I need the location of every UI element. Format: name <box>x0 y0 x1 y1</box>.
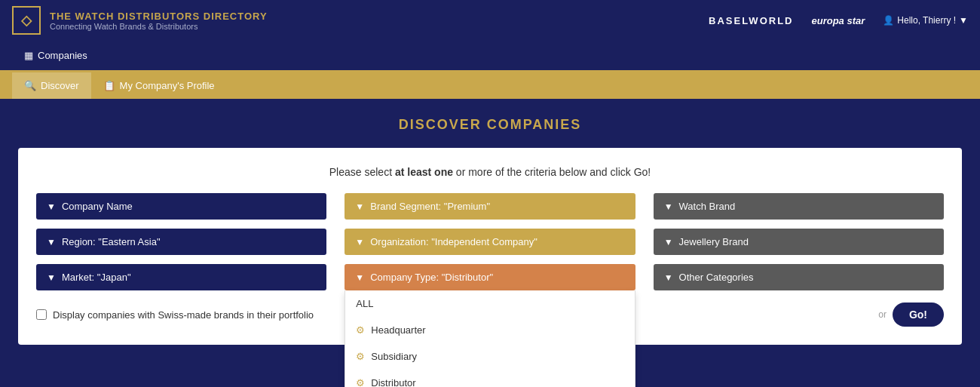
logo-icon: ◇ <box>12 6 41 35</box>
filter-icon-3: ▼ <box>47 272 56 283</box>
region-filter[interactable]: ▼ Region: "Eastern Asia" <box>36 229 326 255</box>
sub-nav-discover[interactable]: 🔍 Discover <box>12 72 91 99</box>
market-filter[interactable]: ▼ Market: "Japan" <box>36 264 326 290</box>
filter-icon-2: ▼ <box>47 237 56 247</box>
brand-segment-label: Brand Segment: "Premium" <box>370 201 490 212</box>
swiss-made-label: Display companies with Swiss-made brands… <box>53 309 314 321</box>
dropdown-item-subsidiary[interactable]: ⚙ Subsidiary <box>345 343 634 370</box>
jewellery-brand-label: Jewellery Brand <box>679 236 749 247</box>
brand-segment-filter[interactable]: ▼ Brand Segment: "Premium" <box>345 193 635 220</box>
region-label: Region: "Eastern Asia" <box>62 236 161 247</box>
gear-icon-1: ⚙ <box>356 324 365 336</box>
search-icon: 🔍 <box>24 80 36 91</box>
grid-icon: ▦ <box>24 50 33 61</box>
instruction-bold: at least one <box>395 166 453 178</box>
instruction-suffix: or more of the criteria below and click … <box>453 166 651 178</box>
company-type-filter[interactable]: ▼ Company Type: "Distributor" <box>345 264 635 290</box>
headquarter-label: Headquarter <box>371 324 425 336</box>
profile-icon: 📋 <box>103 80 115 91</box>
jewellery-brand-filter[interactable]: ▼ Jewellery Brand <box>654 229 944 255</box>
company-type-dropdown-container: ▼ Company Type: "Distributor" ALL ⚙ Head… <box>345 264 635 290</box>
organization-filter[interactable]: ▼ Organization: "Independent Company" <box>345 229 635 255</box>
swiss-made-row: Display companies with Swiss-made brands… <box>36 309 314 321</box>
filter-col-3: ▼ Watch Brand ▼ Jewellery Brand ▼ Other … <box>654 193 944 290</box>
sub-nav-profile[interactable]: 📋 My Company's Profile <box>91 72 227 99</box>
europa-star-logo: europa star <box>811 15 865 26</box>
sub-nav: 🔍 Discover 📋 My Company's Profile <box>0 72 980 99</box>
nav-companies[interactable]: ▦ Companies <box>12 41 100 72</box>
other-categories-filter[interactable]: ▼ Other Categories <box>654 264 944 290</box>
filter-icon-9: ▼ <box>664 272 673 283</box>
header: ◇ THE WATCH DISTRIBUTORS DIRECTORY Conne… <box>0 0 980 41</box>
other-categories-label: Other Categories <box>679 272 754 283</box>
watch-brand-label: Watch Brand <box>679 201 736 212</box>
company-type-menu: ALL ⚙ Headquarter ⚙ Subsidiary ⚙ Distr <box>345 290 635 387</box>
filter-col-1: ▼ Company Name ▼ Region: "Eastern Asia" … <box>36 193 326 290</box>
filter-icon-5: ▼ <box>355 237 364 247</box>
main-content: DISCOVER COMPANIES Please select at leas… <box>0 99 980 363</box>
chevron-down-icon: ▼ <box>959 15 968 26</box>
header-left: ◇ THE WATCH DISTRIBUTORS DIRECTORY Conne… <box>12 6 268 35</box>
user-icon: 👤 <box>883 15 894 26</box>
organization-label: Organization: "Independent Company" <box>370 236 537 247</box>
gear-icon-2: ⚙ <box>356 351 365 362</box>
go-button[interactable]: Go! <box>893 303 944 327</box>
distributor-label: Distributor <box>371 377 415 387</box>
all-label: ALL <box>356 298 373 309</box>
company-name-filter[interactable]: ▼ Company Name <box>36 193 326 220</box>
or-text: or <box>878 309 887 320</box>
user-label: Hello, Thierry ! <box>897 15 956 26</box>
app-title: THE WATCH DISTRIBUTORS DIRECTORY <box>50 11 268 22</box>
subsidiary-label: Subsidiary <box>371 351 417 362</box>
company-name-label: Company Name <box>62 201 133 212</box>
filter-icon-4: ▼ <box>355 201 364 212</box>
watch-brand-filter[interactable]: ▼ Watch Brand <box>654 193 944 220</box>
swiss-made-checkbox[interactable] <box>36 309 47 320</box>
main-nav: ▦ Companies <box>0 41 980 72</box>
market-label: Market: "Japan" <box>62 272 131 283</box>
header-right: BASELWORLD europa star 👤 Hello, Thierry … <box>709 15 968 26</box>
filter-icon-7: ▼ <box>664 201 673 212</box>
filter-icon-8: ▼ <box>664 237 673 247</box>
filter-panel: Please select at least one or more of th… <box>18 148 962 345</box>
sub-nav-discover-label: Discover <box>41 80 79 91</box>
app-subtitle: Connecting Watch Brands & Distributors <box>50 22 268 31</box>
gear-icon-3: ⚙ <box>356 377 365 387</box>
instruction-prefix: Please select <box>329 166 395 178</box>
nav-companies-label: Companies <box>38 50 87 61</box>
dropdown-item-distributor[interactable]: ⚙ Distributor <box>345 370 634 387</box>
filter-instruction: Please select at least one or more of th… <box>36 166 944 178</box>
baselworld-logo: BASELWORLD <box>709 15 793 26</box>
user-menu[interactable]: 👤 Hello, Thierry ! ▼ <box>883 15 968 26</box>
go-btn-area: or Go! <box>878 303 944 327</box>
filter-col-2: ▼ Brand Segment: "Premium" ▼ Organizatio… <box>345 193 635 290</box>
dropdown-item-headquarter[interactable]: ⚙ Headquarter <box>345 317 634 343</box>
dropdown-item-all[interactable]: ALL <box>345 290 634 317</box>
filter-grid: ▼ Company Name ▼ Region: "Eastern Asia" … <box>36 193 944 290</box>
filter-icon-1: ▼ <box>47 201 56 212</box>
sub-nav-profile-label: My Company's Profile <box>120 80 215 91</box>
discover-title: DISCOVER COMPANIES <box>18 117 962 133</box>
company-type-label: Company Type: "Distributor" <box>370 272 493 283</box>
filter-icon-6: ▼ <box>355 272 364 283</box>
header-title: THE WATCH DISTRIBUTORS DIRECTORY Connect… <box>50 11 268 31</box>
